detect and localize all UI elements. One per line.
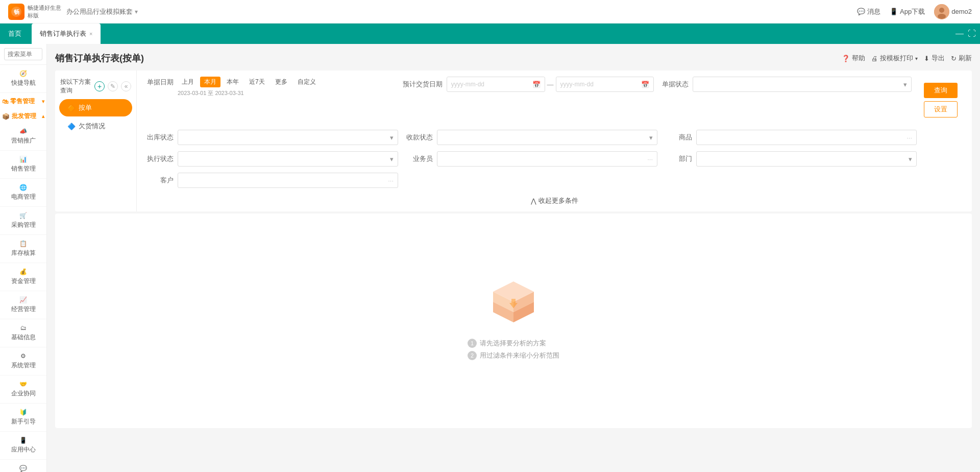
salesperson-container: 业务员 ··· <box>404 151 657 167</box>
sidebar-item-system[interactable]: ⚙ 系统管理 <box>0 347 46 375</box>
sidebar-item-business[interactable]: 📈 经营管理 <box>0 291 46 319</box>
dept-container: 部门 ▾ <box>664 151 917 167</box>
sidebar-item-sales[interactable]: 📊 销售管理 <box>0 151 46 179</box>
print-dropdown-icon: ▾ <box>915 56 918 61</box>
plan-panel: 按以下方案查询 + ✎ « 🔶 按单 🔷 欠货情况 <box>55 70 137 211</box>
sidebar-item-wechat[interactable]: 💬 企业微信 <box>0 460 46 472</box>
pay-status-label: 收款状态 <box>404 133 433 142</box>
tip-num-2: 2 <box>468 351 477 360</box>
status-label: 单据状态 <box>660 80 689 89</box>
sidebar-item-finance[interactable]: 💰 资金管理 <box>0 263 46 291</box>
collapse-more-button[interactable]: ⋀ 收起更多条件 <box>145 192 964 207</box>
plan-debt-icon: 🔷 <box>67 123 76 130</box>
date-field-container: 单据日期 上月 本月 本年 近7天 更多 自定义 <box>145 77 397 97</box>
expected-date-from-input[interactable]: yyyy-mm-dd 📅 <box>447 77 545 92</box>
help-button[interactable]: ❓ 帮助 <box>842 54 865 63</box>
logo-icon: 畅 <box>8 4 24 20</box>
download-icon: 📱 <box>890 8 898 15</box>
sidebar-item-newbie[interactable]: 🔰 新手引导 <box>0 404 46 432</box>
status-select[interactable]: ▾ <box>693 77 912 92</box>
sidebar-item-purchase[interactable]: 🛒 采购管理 <box>0 207 46 235</box>
results-area: 1 请先选择要分析的方案 2 用过滤条件来缩小分析范围 <box>55 214 972 428</box>
sidebar-item-appstore[interactable]: 📱 应用中心 <box>0 432 46 460</box>
system-icon: ⚙ <box>20 352 26 360</box>
date-separator: — <box>547 81 554 88</box>
tab-close-icon[interactable]: × <box>89 31 92 37</box>
sidebar: 🧭 快捷导航 🛍 零售管理 ▾ 📦 批发管理 ▴ 📣 营销推广 📊 销售管理 🌐… <box>0 44 47 472</box>
filter-wrapper: 按以下方案查询 + ✎ « 🔶 按单 🔷 欠货情况 <box>55 70 972 211</box>
page-actions: ❓ 帮助 🖨 按模板打印 ▾ ⬇ 导出 ↻ 刷新 <box>842 54 972 63</box>
filter-area: 单据日期 上月 本月 本年 近7天 更多 自定义 <box>137 70 972 211</box>
appstore-icon: 📱 <box>19 437 27 444</box>
quicknav-icon: 🧭 <box>19 70 27 77</box>
sidebar-item-marketing[interactable]: 📣 营销推广 <box>0 123 46 151</box>
tab-home[interactable]: 首页 <box>0 23 30 44</box>
empty-tip-2: 2 用过滤条件来缩小分析范围 <box>468 351 559 360</box>
plan-collapse-button[interactable]: « <box>121 81 131 91</box>
wechat-icon: 💬 <box>19 465 27 472</box>
search-input[interactable] <box>4 48 42 60</box>
date-tab-custom[interactable]: 自定义 <box>293 77 320 87</box>
svg-point-3 <box>939 8 944 13</box>
date-tab-thismonth[interactable]: 本月 <box>200 77 220 87</box>
customer-container: 客户 ··· <box>145 173 398 188</box>
top-bar: 畅 畅捷通好生意 标版 办公用品行业模拟账套 ▾ 💬 消息 📱 App下载 de… <box>0 0 980 23</box>
sidebar-item-inventory[interactable]: 📋 库存核算 <box>0 235 46 263</box>
app-download-button[interactable]: 📱 App下载 <box>890 7 925 16</box>
marketing-icon: 📣 <box>19 128 27 135</box>
dept-select[interactable]: ▾ <box>696 151 917 167</box>
date-tab-more[interactable]: 更多 <box>271 77 291 87</box>
tab-bar-actions: — ⛶ <box>955 29 980 38</box>
business-icon: 📈 <box>19 296 27 303</box>
message-button[interactable]: 💬 消息 <box>857 7 880 16</box>
customer-input[interactable]: ··· <box>178 173 398 188</box>
basic-icon: 🗂 <box>20 324 27 332</box>
pay-status-container: 收款状态 ▾ <box>404 130 657 145</box>
sidebar-item-retail[interactable]: 🛍 零售管理 ▾ <box>0 93 46 108</box>
pay-status-select[interactable]: ▾ <box>437 130 657 145</box>
expected-date-to-input[interactable]: yyyy-mm-dd 📅 <box>556 77 654 92</box>
pay-status-dropdown-icon: ▾ <box>649 134 653 141</box>
print-button[interactable]: 🖨 按模板打印 ▾ <box>871 54 918 63</box>
out-status-select[interactable]: ▾ <box>178 130 398 145</box>
empty-tips: 1 请先选择要分析的方案 2 用过滤条件来缩小分析范围 <box>468 339 559 360</box>
sidebar-search-container <box>0 44 46 65</box>
exec-status-select[interactable]: ▾ <box>178 151 398 167</box>
plan-add-button[interactable]: + <box>94 81 105 91</box>
date-tab-thisyear[interactable]: 本年 <box>223 77 243 87</box>
sidebar-item-corp[interactable]: 🤝 企业协同 <box>0 375 46 404</box>
tab-minimize-button[interactable]: — <box>955 29 964 38</box>
sidebar-item-wholesale[interactable]: 📦 批发管理 ▴ <box>0 108 46 123</box>
sidebar-item-ecommerce[interactable]: 🌐 电商管理 <box>0 179 46 207</box>
goods-container: 商品 ··· <box>664 130 917 145</box>
plan-item-debt[interactable]: 🔷 欠货情况 <box>59 117 132 135</box>
date-tab-last7[interactable]: 近7天 <box>245 77 269 87</box>
logo-text: 畅捷通好生意 标版 <box>28 4 61 19</box>
top-bar-right: 💬 消息 📱 App下载 demo2 <box>857 4 972 19</box>
logo-area[interactable]: 畅 畅捷通好生意 标版 <box>8 4 61 20</box>
sidebar-item-basic[interactable]: 🗂 基础信息 <box>0 319 46 347</box>
exec-status-dropdown-icon: ▾ <box>390 155 394 163</box>
date-range-text: 2023-03-01 至 2023-03-31 <box>178 89 244 97</box>
retail-icon: 🛍 <box>2 98 8 105</box>
tab-maximize-button[interactable]: ⛶ <box>968 29 976 38</box>
tab-sales-order[interactable]: 销售订单执行表 × <box>32 23 101 44</box>
date-tab-lastmonth[interactable]: 上月 <box>178 77 198 87</box>
export-button[interactable]: ⬇ 导出 <box>924 54 945 63</box>
user-profile-button[interactable]: demo2 <box>934 4 972 19</box>
top-bar-title[interactable]: 办公用品行业模拟账套 ▾ <box>66 7 138 16</box>
refresh-button[interactable]: ↻ 刷新 <box>951 54 972 63</box>
plan-item-order[interactable]: 🔶 按单 <box>59 99 132 116</box>
customer-more-icon: ··· <box>388 177 394 184</box>
date-tabs: 上月 本月 本年 近7天 更多 自定义 <box>178 77 320 87</box>
sidebar-item-quicknav[interactable]: 🧭 快捷导航 <box>0 65 46 93</box>
plan-edit-button[interactable]: ✎ <box>108 81 118 91</box>
salesperson-input[interactable]: ··· <box>437 151 657 167</box>
goods-input[interactable]: ··· <box>696 130 917 145</box>
search-button[interactable]: 查询 <box>924 83 958 98</box>
dropdown-arrow-icon[interactable]: ▾ <box>135 8 138 15</box>
empty-tip-1: 1 请先选择要分析的方案 <box>468 339 559 348</box>
plan-panel-header: 按以下方案查询 + ✎ « <box>55 75 136 98</box>
settings-button[interactable]: 设置 <box>924 101 958 117</box>
chevron-down-icon: ▾ <box>42 99 44 104</box>
